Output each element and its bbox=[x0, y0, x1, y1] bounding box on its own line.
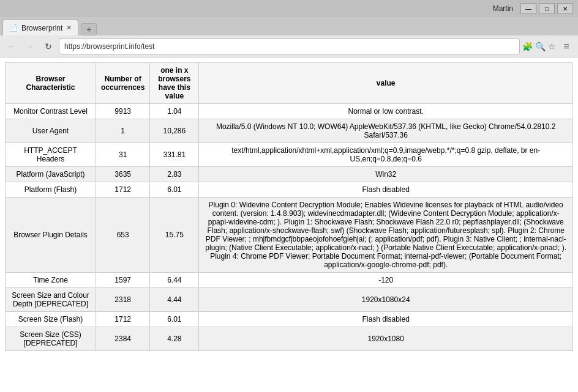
cell-one-in-x: 4.28 bbox=[150, 327, 199, 351]
titlebar-user: Martin bbox=[493, 4, 513, 13]
cell-characteristic: Browser Plugin Details bbox=[6, 198, 96, 273]
address-bar[interactable]: https://browserprint.info/test bbox=[59, 39, 520, 54]
cell-value: Win32 bbox=[199, 167, 573, 182]
titlebar: Martin — □ ✕ bbox=[0, 0, 578, 17]
cell-characteristic: User Agent bbox=[6, 119, 96, 143]
address-icons: 🧩 🔍 ☆ bbox=[522, 42, 556, 51]
cell-value: Flash disabled bbox=[199, 182, 573, 198]
cell-occurrences: 31 bbox=[96, 143, 150, 167]
cell-one-in-x: 2.83 bbox=[150, 167, 199, 182]
cell-characteristic: Screen Size and Colour Depth [DEPRECATED… bbox=[6, 288, 96, 312]
back-button[interactable]: ← bbox=[4, 39, 20, 54]
cell-one-in-x: 6.44 bbox=[150, 273, 199, 288]
titlebar-right: Martin — □ ✕ bbox=[493, 3, 573, 14]
zoom-icon[interactable]: 🔍 bbox=[535, 42, 546, 51]
table-row: HTTP_ACCEPT Headers31331.81text/html,app… bbox=[6, 143, 573, 167]
refresh-button[interactable]: ↻ bbox=[40, 39, 56, 54]
table-row: Screen Size and Colour Depth [DEPRECATED… bbox=[6, 288, 573, 312]
main-content: Browser Characteristic Number of occurre… bbox=[0, 57, 578, 392]
cell-one-in-x: 1.04 bbox=[150, 104, 199, 119]
fingerprint-table: Browser Characteristic Number of occurre… bbox=[5, 62, 573, 351]
cell-one-in-x: 15.75 bbox=[150, 198, 199, 273]
header-value: value bbox=[199, 63, 573, 104]
cell-value: 1920x1080 bbox=[199, 327, 573, 351]
tabbar: 📄 Browserprint ✕ + bbox=[0, 17, 578, 35]
cell-value: -120 bbox=[199, 273, 573, 288]
table-row: Time Zone15976.44-120 bbox=[6, 273, 573, 288]
cell-value: text/html,application/xhtml+xml,applicat… bbox=[199, 143, 573, 167]
menu-button[interactable]: ≡ bbox=[558, 39, 574, 54]
cell-characteristic: HTTP_ACCEPT Headers bbox=[6, 143, 96, 167]
tab-close-button[interactable]: ✕ bbox=[66, 24, 72, 32]
tab-icon: 📄 bbox=[9, 24, 18, 32]
cell-occurrences: 1 bbox=[96, 119, 150, 143]
header-one-in-x: one in x browsers have this value bbox=[150, 63, 199, 104]
cell-characteristic: Platform (JavaScript) bbox=[6, 167, 96, 182]
table-row: Screen Size (CSS) [DEPRECATED]23844.2819… bbox=[6, 327, 573, 351]
close-button[interactable]: ✕ bbox=[557, 3, 573, 14]
cell-occurrences: 9913 bbox=[96, 104, 150, 119]
cell-value: Normal or low contrast. bbox=[199, 104, 573, 119]
header-occurrences: Number of occurrences bbox=[96, 63, 150, 104]
tab-label: Browserprint bbox=[21, 24, 62, 32]
cell-occurrences: 653 bbox=[96, 198, 150, 273]
cell-occurrences: 1712 bbox=[96, 312, 150, 327]
table-row: Monitor Contrast Level99131.04Normal or … bbox=[6, 104, 573, 119]
cell-one-in-x: 10,286 bbox=[150, 119, 199, 143]
maximize-button[interactable]: □ bbox=[539, 3, 555, 14]
cell-characteristic: Monitor Contrast Level bbox=[6, 104, 96, 119]
cell-characteristic: Platform (Flash) bbox=[6, 182, 96, 198]
cell-one-in-x: 6.01 bbox=[150, 312, 199, 327]
table-row: Screen Size (Flash)17126.01Flash disable… bbox=[6, 312, 573, 327]
cell-value: Flash disabled bbox=[199, 312, 573, 327]
cell-occurrences: 3635 bbox=[96, 167, 150, 182]
cell-characteristic: Screen Size (CSS) [DEPRECATED] bbox=[6, 327, 96, 351]
forward-button[interactable]: → bbox=[22, 39, 38, 54]
cell-one-in-x: 331.81 bbox=[150, 143, 199, 167]
cell-value: Plugin 0: Widevine Content Decryption Mo… bbox=[199, 198, 573, 273]
table-row: Platform (Flash)17126.01Flash disabled bbox=[6, 182, 573, 198]
cell-value: 1920x1080x24 bbox=[199, 288, 573, 312]
cell-occurrences: 2384 bbox=[96, 327, 150, 351]
cell-one-in-x: 6.01 bbox=[150, 182, 199, 198]
browser-tab[interactable]: 📄 Browserprint ✕ bbox=[2, 20, 78, 35]
navbar: ← → ↻ https://browserprint.info/test 🧩 🔍… bbox=[0, 35, 578, 57]
extensions-icon[interactable]: 🧩 bbox=[522, 42, 533, 51]
cell-occurrences: 1597 bbox=[96, 273, 150, 288]
star-icon[interactable]: ☆ bbox=[548, 42, 556, 51]
cell-characteristic: Time Zone bbox=[6, 273, 96, 288]
header-characteristic: Browser Characteristic bbox=[6, 63, 96, 104]
url-text: https://browserprint.info/test bbox=[64, 42, 154, 51]
cell-value: Mozilla/5.0 (Windows NT 10.0; WOW64) App… bbox=[199, 119, 573, 143]
table-row: Platform (JavaScript)36352.83Win32 bbox=[6, 167, 573, 182]
new-tab-button[interactable]: + bbox=[81, 23, 97, 35]
cell-occurrences: 1712 bbox=[96, 182, 150, 198]
table-row: Browser Plugin Details65315.75Plugin 0: … bbox=[6, 198, 573, 273]
minimize-button[interactable]: — bbox=[520, 3, 536, 14]
cell-characteristic: Screen Size (Flash) bbox=[6, 312, 96, 327]
table-row: User Agent110,286Mozilla/5.0 (Windows NT… bbox=[6, 119, 573, 143]
cell-one-in-x: 4.44 bbox=[150, 288, 199, 312]
cell-occurrences: 2318 bbox=[96, 288, 150, 312]
